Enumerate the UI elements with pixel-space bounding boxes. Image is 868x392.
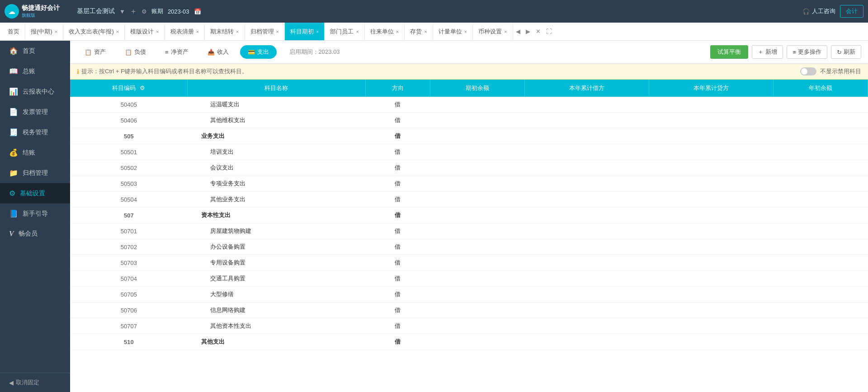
col-code-settings-icon[interactable]: ⚙	[140, 85, 145, 91]
tab-template-label: 模版设计	[130, 28, 154, 36]
table-row[interactable]: 50502 会议支出 借	[70, 160, 868, 176]
col-code: 科目编码 ⚙	[70, 80, 188, 97]
tab-period-end[interactable]: 期末结转 ×	[205, 23, 245, 41]
dropdown-arrow-icon[interactable]: ▼	[119, 8, 125, 15]
sidebar-item-invoice-label: 发票管理	[23, 108, 48, 116]
tab-partners[interactable]: 往来单位 ×	[365, 23, 405, 41]
cell-name: 大型修缮	[188, 287, 365, 302]
sidebar-item-invoice[interactable]: 📄 发票管理	[0, 102, 70, 122]
sidebar-item-report[interactable]: 📊 云报表中心	[0, 81, 70, 102]
cell-direction: 借	[365, 334, 430, 350]
tab-tax[interactable]: 税表清册 ×	[165, 23, 205, 41]
cell-ytd-credit	[649, 287, 774, 302]
sub-tab-assets[interactable]: 📋 资产	[77, 45, 113, 59]
settings-icon[interactable]: ⚙	[142, 8, 147, 15]
tab-tax-close[interactable]: ×	[196, 29, 199, 34]
cell-code: 510	[70, 334, 188, 350]
sub-tab-net-assets[interactable]: ≡ 净资产	[157, 45, 196, 59]
table-row[interactable]: 50501 培训支出 借	[70, 144, 868, 160]
tab-unit-close[interactable]: ×	[464, 29, 467, 34]
table-row[interactable]: 50706 信息网络购建 借	[70, 302, 868, 318]
sidebar-item-ledger[interactable]: 📖 总账	[0, 61, 70, 81]
table-row[interactable]: 50406 其他维权支出 借	[70, 113, 868, 128]
account-button[interactable]: 会计	[840, 5, 863, 18]
tab-template-close[interactable]: ×	[156, 29, 159, 34]
cell-year-open	[773, 318, 868, 334]
sidebar-item-vip[interactable]: V 畅会员	[0, 224, 70, 244]
tab-unit[interactable]: 计量单位 ×	[433, 23, 473, 41]
sidebar-item-settle[interactable]: 💰 结账	[0, 142, 70, 163]
tab-template[interactable]: 模版设计 ×	[125, 23, 165, 41]
tab-report-mid-label: 报(中期)	[31, 28, 52, 36]
cell-direction: 借	[365, 176, 430, 192]
sidebar-item-home[interactable]: 🏠 首页	[0, 41, 70, 61]
cell-year-open	[773, 97, 868, 113]
sidebar-collapse-btn[interactable]: ◀ 取消固定	[0, 373, 70, 392]
cell-ytd-debit	[525, 318, 649, 334]
cell-direction: 借	[365, 271, 430, 287]
tab-inventory[interactable]: 存货 ×	[405, 23, 433, 41]
cell-name: 信息网络购建	[188, 302, 365, 318]
table-row[interactable]: 50705 大型修缮 借	[70, 287, 868, 302]
tab-subject-init-close[interactable]: ×	[316, 29, 319, 34]
cell-year-open	[773, 302, 868, 318]
tab-inventory-close[interactable]: ×	[424, 29, 427, 34]
tab-income-year-close[interactable]: ×	[116, 29, 119, 34]
disable-toggle[interactable]	[800, 67, 816, 76]
balance-button[interactable]: 试算平衡	[710, 45, 748, 59]
refresh-button[interactable]: ↻ 刷新	[831, 45, 861, 59]
sidebar-item-settings[interactable]: ⚙ 基础设置	[0, 183, 70, 203]
table-row[interactable]: 50503 专项业务支出 借	[70, 176, 868, 192]
tab-home[interactable]: 首页	[2, 23, 25, 41]
cell-code: 50406	[70, 113, 188, 128]
tab-dept-staff[interactable]: 部门员工 ×	[325, 23, 364, 41]
cell-opening	[430, 239, 525, 255]
table-row[interactable]: 50707 其他资本性支出 借	[70, 318, 868, 334]
add-icon: ＋	[758, 48, 764, 56]
tab-period-end-close[interactable]: ×	[236, 29, 239, 34]
tab-income-year[interactable]: 收入支出表(年报) ×	[63, 23, 125, 41]
tab-subject-init[interactable]: 科目期初 ×	[285, 23, 325, 41]
more-operations-button[interactable]: ≡ 更多操作	[787, 45, 827, 59]
main-layout: 🏠 首页 📖 总账 📊 云报表中心 📄 发票管理 🧾 税务管理 💰 结账 📁 归…	[0, 41, 868, 392]
tab-expand-btn[interactable]: ⛶	[543, 28, 555, 35]
tab-next-btn[interactable]: ▶	[523, 28, 533, 35]
sidebar-item-tax[interactable]: 🧾 税务管理	[0, 122, 70, 142]
table-row[interactable]: 507 资本性支出 借	[70, 208, 868, 223]
toolbar-right: 试算平衡 ＋ 新增 ≡ 更多操作 ↻ 刷新	[710, 45, 861, 59]
table-row[interactable]: 50703 专用设备购置 借	[70, 255, 868, 271]
tab-archive-close[interactable]: ×	[276, 29, 279, 34]
guide-icon: 📘	[9, 209, 18, 218]
tab-archive[interactable]: 归档管理 ×	[245, 23, 285, 41]
archive-icon: 📁	[9, 169, 18, 177]
user-service-btn[interactable]: 🎧 人工咨询	[802, 7, 835, 15]
add-button[interactable]: ＋ 新增	[752, 45, 783, 59]
sidebar-item-home-label: 首页	[23, 47, 35, 55]
sub-tab-liabilities[interactable]: 📋 负债	[117, 45, 154, 59]
tab-currency-close[interactable]: ×	[504, 29, 507, 34]
sub-tab-assets-label: 资产	[94, 48, 106, 56]
table-row[interactable]: 50701 房屋建筑物购建 借	[70, 223, 868, 239]
tab-report-mid-close[interactable]: ×	[55, 29, 57, 34]
table-row[interactable]: 50504 其他业务支出 借	[70, 192, 868, 208]
cell-year-open	[773, 113, 868, 128]
sub-tab-income[interactable]: 📥 收入	[200, 45, 236, 59]
tab-dept-staff-close[interactable]: ×	[356, 29, 359, 34]
calendar-icon[interactable]: 📅	[194, 8, 201, 15]
add-tab-btn[interactable]: ＋	[130, 7, 137, 16]
tab-report-mid[interactable]: 报(中期) ×	[25, 23, 63, 41]
table-row[interactable]: 50405 运温暖支出 借	[70, 97, 868, 113]
report-icon: 📊	[9, 87, 18, 96]
tab-partners-close[interactable]: ×	[396, 29, 399, 34]
tab-prev-btn[interactable]: ◀	[513, 28, 523, 35]
table-row[interactable]: 510 其他支出 借	[70, 334, 868, 350]
tab-currency[interactable]: 币种设置 ×	[473, 23, 513, 41]
table-row[interactable]: 50702 办公设备购置 借	[70, 239, 868, 255]
assets-icon: 📋	[85, 49, 92, 56]
sidebar-item-guide[interactable]: 📘 新手引导	[0, 203, 70, 224]
sub-tab-expense[interactable]: 💳 支出	[240, 45, 277, 59]
sidebar-item-archive[interactable]: 📁 归档管理	[0, 163, 70, 183]
tab-close-all-btn[interactable]: ✕	[533, 28, 543, 35]
table-row[interactable]: 50704 交通工具购置 借	[70, 271, 868, 287]
table-row[interactable]: 505 业务支出 借	[70, 128, 868, 144]
